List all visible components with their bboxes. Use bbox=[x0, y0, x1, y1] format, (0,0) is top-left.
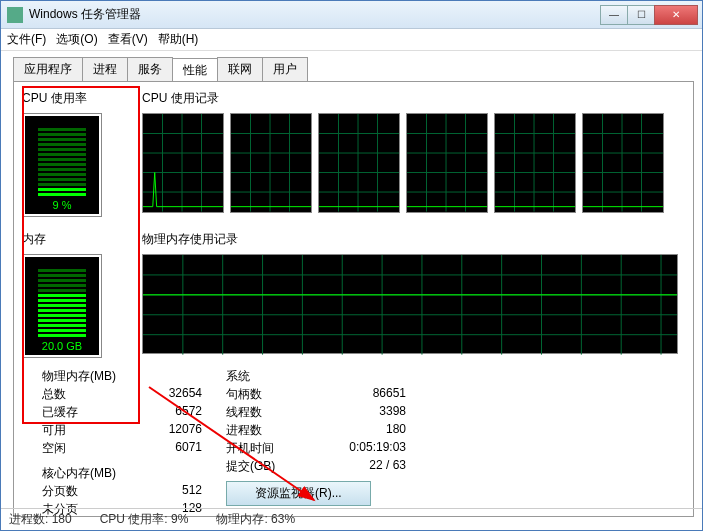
cpu-history-graph bbox=[582, 113, 664, 213]
cpu-history-graph bbox=[142, 113, 224, 213]
status-cpu: CPU 使用率: 9% bbox=[100, 511, 189, 528]
stat-label: 空闲 bbox=[42, 440, 132, 457]
menu-view[interactable]: 查看(V) bbox=[108, 31, 148, 48]
stat-value: 86651 bbox=[306, 386, 406, 403]
stat-value: 32654 bbox=[132, 386, 202, 403]
stat-value: 12076 bbox=[132, 422, 202, 439]
kernelmem-header: 核心内存(MB) bbox=[42, 465, 202, 482]
status-memory: 物理内存: 63% bbox=[216, 511, 295, 528]
app-icon bbox=[7, 7, 23, 23]
cpu-history-graph bbox=[318, 113, 400, 213]
memory-history-label: 物理内存使用记录 bbox=[142, 231, 685, 248]
tab-services[interactable]: 服务 bbox=[127, 57, 173, 81]
stat-label: 提交(GB) bbox=[226, 458, 306, 475]
maximize-button[interactable]: ☐ bbox=[627, 5, 655, 25]
stat-value: 512 bbox=[132, 483, 202, 500]
menu-file[interactable]: 文件(F) bbox=[7, 31, 46, 48]
minimize-button[interactable]: — bbox=[600, 5, 628, 25]
menu-options[interactable]: 选项(O) bbox=[56, 31, 97, 48]
tab-processes[interactable]: 进程 bbox=[82, 57, 128, 81]
tab-users[interactable]: 用户 bbox=[262, 57, 308, 81]
cpu-usage-value: 9 % bbox=[53, 199, 72, 211]
stat-value: 6071 bbox=[132, 440, 202, 457]
stat-label: 开机时间 bbox=[226, 440, 306, 457]
cpu-history-graph bbox=[230, 113, 312, 213]
window-title: Windows 任务管理器 bbox=[29, 6, 601, 23]
stat-label: 可用 bbox=[42, 422, 132, 439]
stat-label: 线程数 bbox=[226, 404, 306, 421]
system-header: 系统 bbox=[226, 368, 406, 385]
stat-label: 句柄数 bbox=[226, 386, 306, 403]
cpu-history-graph bbox=[494, 113, 576, 213]
stat-value: 22 / 63 bbox=[306, 458, 406, 475]
memory-meter: 20.0 GB bbox=[25, 257, 99, 355]
cpu-history-label: CPU 使用记录 bbox=[142, 90, 685, 107]
close-button[interactable]: ✕ bbox=[654, 5, 698, 25]
stat-label: 进程数 bbox=[226, 422, 306, 439]
cpu-usage-meter: 9 % bbox=[25, 116, 99, 214]
tab-performance[interactable]: 性能 bbox=[172, 58, 218, 82]
resource-monitor-button[interactable]: 资源监视器(R)... bbox=[226, 481, 371, 506]
tab-networking[interactable]: 联网 bbox=[217, 57, 263, 81]
stat-label: 分页数 bbox=[42, 483, 132, 500]
memory-history-graph bbox=[142, 254, 678, 354]
tab-applications[interactable]: 应用程序 bbox=[13, 57, 83, 81]
stat-value: 0:05:19:03 bbox=[306, 440, 406, 457]
stat-value: 3398 bbox=[306, 404, 406, 421]
stat-value: 6572 bbox=[132, 404, 202, 421]
menu-help[interactable]: 帮助(H) bbox=[158, 31, 199, 48]
cpu-history-graph bbox=[406, 113, 488, 213]
stat-value: 180 bbox=[306, 422, 406, 439]
memory-value: 20.0 GB bbox=[42, 340, 82, 352]
status-processes: 进程数: 180 bbox=[9, 511, 72, 528]
